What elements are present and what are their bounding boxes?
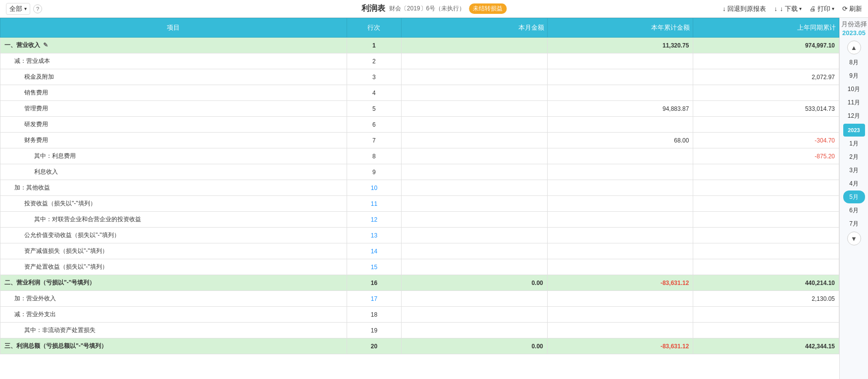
cell-prev [693, 180, 839, 196]
status-badge: 未结转损益 [469, 3, 507, 14]
cell-row-num: 2 [347, 53, 401, 69]
cell-row-num[interactable]: 15 [347, 259, 401, 275]
cell-item: 研发费用 [0, 117, 347, 133]
cell-row-num[interactable]: 12 [347, 212, 401, 228]
cell-month [402, 69, 548, 85]
cell-month [402, 291, 548, 307]
print-icon: 🖨 [810, 5, 816, 12]
cell-year [547, 291, 693, 307]
cell-prev [693, 259, 839, 275]
cell-item: 其中：对联营企业和合营企业的投资收益 [0, 212, 347, 228]
sidebar-month-item[interactable]: 6月 [843, 204, 865, 217]
table-row: 一、营业收入✎111,320.75974,997.10 [0, 38, 839, 53]
cell-row-num: 16 [347, 275, 401, 291]
cell-year: -83,631.12 [547, 275, 693, 291]
sidebar-up-button[interactable]: ▲ [847, 41, 861, 54]
refresh-button[interactable]: ⟳ 刷新 [842, 4, 862, 13]
sidebar-month-item[interactable]: 3月 [843, 164, 865, 177]
download-icon: ↓ [774, 5, 777, 12]
cell-year [547, 259, 693, 275]
back-button[interactable]: ↓ 回退到原报表 [722, 4, 766, 13]
sidebar-month-item[interactable]: 5月 [843, 190, 865, 203]
cell-row-num[interactable]: 14 [347, 243, 401, 259]
cell-month [402, 133, 548, 148]
cell-row-num: 19 [347, 323, 401, 338]
cell-item: 利息收入 [0, 164, 347, 180]
cell-year [547, 196, 693, 212]
cell-prev: 974,997.10 [693, 38, 839, 53]
table-row: 投资收益（损失以"-"填列）11 [0, 196, 839, 212]
sidebar-title: 月份选择 2023.05 [841, 20, 867, 38]
cell-item: 公允价值变动收益（损失以"-"填列） [0, 228, 347, 243]
cell-year [547, 212, 693, 228]
header-year: 本年累计金额 [547, 18, 693, 38]
cell-year [547, 117, 693, 133]
selector-label: 全部 [9, 4, 22, 13]
cell-row-num[interactable]: 10 [347, 180, 401, 196]
sidebar-month-item[interactable]: 11月 [843, 96, 865, 109]
download-label: ↓ 下载 [780, 4, 798, 13]
sidebar-month-item[interactable]: 7月 [843, 217, 865, 230]
table-row: 二、营业利润（亏损以"-"号填列）160.00-83,631.12440,214… [0, 275, 839, 291]
table-wrapper: 项目 行次 本月金额 本年累计金额 上年同期累计 一、营业收入✎111,320.… [0, 18, 839, 354]
print-button[interactable]: 🖨 打印 ▾ [810, 4, 834, 13]
header-month: 本月金额 [402, 18, 548, 38]
cell-year [547, 307, 693, 323]
sidebar-down-button[interactable]: ▼ [847, 232, 861, 245]
cell-row-num: 20 [347, 338, 401, 354]
cell-year: -83,631.12 [547, 338, 693, 354]
sidebar-month-item[interactable]: 4月 [843, 177, 865, 190]
top-bar: 全部 ▾ ? 利润表 财会〔2019〕6号（未执行） 未结转损益 ↓ 回退到原报… [0, 0, 868, 18]
download-button[interactable]: ↓ ↓ 下载 ▾ [774, 4, 802, 13]
cell-year [547, 85, 693, 101]
edit-icon[interactable]: ✎ [43, 42, 48, 48]
cell-year: 94,883.87 [547, 101, 693, 117]
sidebar-month-item[interactable]: 9月 [843, 69, 865, 82]
cell-row-num[interactable]: 11 [347, 196, 401, 212]
print-label: 打印 [817, 4, 830, 13]
sidebar-month-item[interactable]: 8月 [843, 56, 865, 69]
cell-month [402, 259, 548, 275]
cell-month [402, 228, 548, 243]
cell-prev: 442,344.15 [693, 338, 839, 354]
cell-year [547, 148, 693, 164]
sidebar-month-item[interactable]: 12月 [843, 109, 865, 122]
cell-year [547, 53, 693, 69]
table-row: 公允价值变动收益（损失以"-"填列）13 [0, 228, 839, 243]
cell-row-num[interactable]: 17 [347, 291, 401, 307]
cell-row-num[interactable]: 13 [347, 228, 401, 243]
cell-prev: 533,014.73 [693, 101, 839, 117]
sidebar-month-item[interactable]: 10月 [843, 83, 865, 95]
cell-prev [693, 228, 839, 243]
table-row: 资产处置收益（损失以"-"填列）15 [0, 259, 839, 275]
cell-month [402, 180, 548, 196]
page-subtitle: 财会〔2019〕6号（未执行） [389, 4, 465, 13]
month-sidebar: 月份选择 2023.05 ▲ 8月9月10月11月12月20231月2月3月4月… [839, 18, 868, 379]
cell-month [402, 85, 548, 101]
table-row: 销售费用4 [0, 85, 839, 101]
table-row: 其中：非流动资产处置损失19 [0, 323, 839, 338]
cell-item: 投资收益（损失以"-"填列） [0, 196, 347, 212]
table-row: 其中：对联营企业和合营企业的投资收益12 [0, 212, 839, 228]
cell-item: 财务费用 [0, 133, 347, 148]
cell-item: 其中：非流动资产处置损失 [0, 323, 347, 338]
top-bar-left: 全部 ▾ ? [6, 3, 42, 15]
cell-row-num: 9 [347, 164, 401, 180]
cell-prev [693, 164, 839, 180]
cell-item: 其中：利息费用 [0, 148, 347, 164]
cell-prev [693, 117, 839, 133]
cell-year [547, 323, 693, 338]
table-header-row: 项目 行次 本月金额 本年累计金额 上年同期累计 [0, 18, 839, 38]
sidebar-month-item[interactable]: 2月 [843, 150, 865, 163]
cell-item: 加：其他收益 [0, 180, 347, 196]
cell-item: 税金及附加 [0, 69, 347, 85]
page-title: 利润表 [361, 3, 385, 14]
sidebar-month-item[interactable]: 1月 [843, 137, 865, 150]
cell-item: 管理费用 [0, 101, 347, 117]
help-icon[interactable]: ? [33, 4, 42, 13]
cell-month [402, 53, 548, 69]
selector-dropdown[interactable]: 全部 ▾ [6, 3, 30, 15]
cell-month: 0.00 [402, 275, 548, 291]
cell-prev [693, 85, 839, 101]
table-row: 加：其他收益10 [0, 180, 839, 196]
